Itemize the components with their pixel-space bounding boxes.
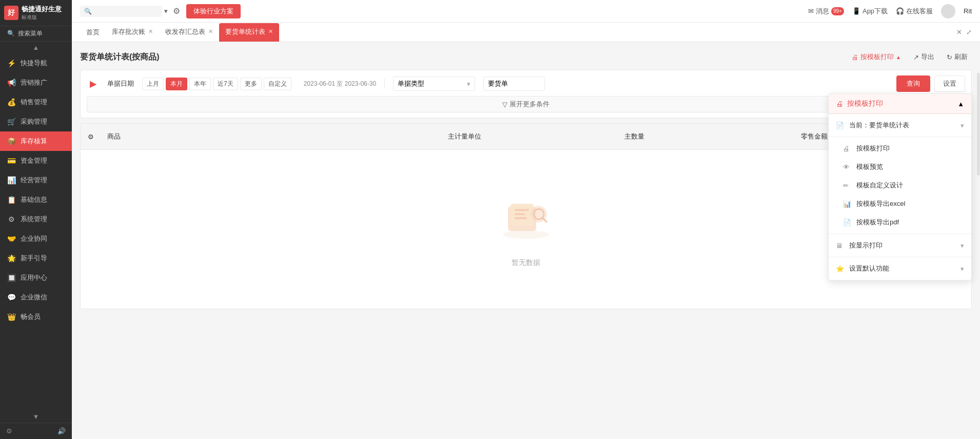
sidebar-item-inventory[interactable]: 📦 库存核算 [0, 131, 72, 151]
finance-icon: 💳 [6, 157, 16, 165]
dropdown-close-icon[interactable]: ▲ [957, 100, 964, 108]
current-template-item[interactable]: 📄 当前：要货单统计表 ▾ [829, 116, 971, 135]
tabs-bar-right: ✕ ⤢ [956, 28, 972, 36]
scrollbar[interactable] [977, 73, 980, 176]
cooperation-icon: 🤝 [6, 235, 16, 243]
dropdown-export-excel[interactable]: 📊 按模板导出excel [829, 195, 971, 213]
sidebar-item-member[interactable]: 👑 畅会员 [0, 307, 72, 327]
date-btn-last-month[interactable]: 上月 [142, 78, 164, 90]
scroll-up-btn[interactable]: ▲ [0, 42, 72, 53]
user-avatar[interactable] [941, 4, 955, 18]
goods-filter[interactable]: 要货单 [483, 77, 545, 91]
tab-close-icon[interactable]: ✕ [268, 28, 273, 35]
tab-label: 库存批次账 [112, 27, 145, 36]
tab-close-icon[interactable]: ✕ [148, 28, 153, 35]
dropdown-title: 按模板打印 [847, 99, 883, 108]
settings-button[interactable]: 设置 [934, 75, 965, 92]
sidebar-item-finance[interactable]: 💳 资金管理 [0, 151, 72, 170]
messages-badge: 99+ [831, 7, 844, 15]
refresh-button[interactable]: ↻ 刷新 [943, 50, 972, 64]
sidebar-item-label: 营销推广 [21, 78, 47, 87]
topbar-gear-icon[interactable]: ⚙ [173, 6, 180, 16]
sidebar-item-label: 新手引导 [21, 254, 47, 263]
trial-button[interactable]: 体验行业方案 [186, 4, 241, 18]
printer-icon: 🖨 [836, 100, 843, 108]
sidebar-item-basic[interactable]: 📋 基础信息 [0, 190, 72, 209]
display-print-item[interactable]: 🖥 按显示打印 ▾ [829, 236, 971, 255]
date-btn-custom[interactable]: 自定义 [264, 78, 291, 90]
date-btn-this-year[interactable]: 本年 [189, 78, 211, 90]
export-button[interactable]: ↗ 导出 [909, 50, 938, 64]
tab-expand-icon[interactable]: ⤢ [966, 28, 972, 36]
filter-collapse-btn[interactable]: ▶ [87, 78, 99, 90]
sales-icon: 💰 [6, 98, 16, 106]
main-area: 🔍 ▾ ⚙ 体验行业方案 ✉ 消息 99+ 📱 App下载 🎧 在线客服 Rit… [72, 0, 980, 439]
query-button[interactable]: 查询 [896, 75, 930, 92]
dropdown-section-display-print: 🖥 按显示打印 ▾ [829, 234, 971, 257]
set-default-item[interactable]: ⭐ 设置默认功能 ▾ [829, 259, 971, 278]
guide-icon: 🌟 [6, 254, 16, 262]
tab-batch-account[interactable]: 库存批次账 ✕ [106, 23, 159, 42]
app-center-icon: 🔲 [6, 274, 16, 282]
sidebar-nav: ⚡ 快捷导航 📢 营销推广 💰 销售管理 🛒 采购管理 📦 库存核算 💳 资金管… [0, 53, 72, 411]
date-btn-7-days[interactable]: 近7天 [213, 78, 238, 90]
sidebar-item-sales[interactable]: 💰 销售管理 [0, 92, 72, 112]
template-icon: 📄 [836, 122, 844, 129]
date-btn-more[interactable]: 更多 [240, 78, 262, 90]
tab-receipt-summary[interactable]: 收发存汇总表 ✕ [159, 23, 219, 42]
scroll-down-btn[interactable]: ▼ [0, 411, 72, 423]
dropdown-header[interactable]: 🖨 按模板打印 ▲ [829, 94, 971, 114]
dropdown-template-print[interactable]: 🖨 按模板打印 [829, 139, 971, 158]
messages-item[interactable]: ✉ 消息 99+ [808, 7, 844, 16]
sidebar-item-wechat[interactable]: 💬 企业微信 [0, 288, 72, 307]
tabs-bar: 首页 库存批次账 ✕ 收发存汇总表 ✕ 要货单统计表 ✕ ✕ ⤢ [72, 23, 980, 42]
page-title: 要货单统计表(按商品) [80, 52, 160, 63]
messages-label: 消息 [816, 7, 829, 16]
settings-icon[interactable]: ⚙ [6, 427, 12, 435]
print-icon: 🖨 [843, 145, 851, 152]
purchase-icon: 🛒 [6, 118, 16, 126]
wechat-icon: 💬 [6, 293, 16, 301]
date-btn-this-month[interactable]: 本月 [166, 78, 187, 90]
order-type-select[interactable]: 单据类型 ▾ [393, 77, 475, 91]
col-settings[interactable]: ⚙ [81, 129, 101, 145]
audio-icon[interactable]: 🔊 [57, 427, 66, 435]
sidebar-item-cooperation[interactable]: 🤝 企业协同 [0, 229, 72, 249]
tab-home[interactable]: 首页 [80, 24, 106, 41]
dropdown-template-custom-design[interactable]: ✏ 模板自定义设计 [829, 176, 971, 195]
sidebar-item-purchase[interactable]: 🛒 采购管理 [0, 112, 72, 131]
tab-order-stat[interactable]: 要货单统计表 ✕ [219, 23, 279, 42]
topbar-search[interactable]: 🔍 [80, 6, 162, 17]
filter-divider [384, 79, 385, 89]
app-download-item[interactable]: 📱 App下载 [852, 7, 888, 16]
set-default-left: ⭐ 设置默认功能 [836, 264, 889, 273]
excel-icon: 📊 [843, 200, 851, 208]
sidebar-search-item[interactable]: 🔍 搜索菜单 [0, 26, 72, 42]
dropdown-export-pdf[interactable]: 📄 按模板导出pdf [829, 213, 971, 232]
dropdown-section-current: 📄 当前：要货单统计表 ▾ [829, 114, 971, 137]
svg-rect-5 [515, 217, 527, 219]
online-service-item[interactable]: 🎧 在线客服 [896, 7, 933, 16]
brand-name: 畅捷通好生意 [22, 5, 62, 14]
sidebar-item-label: 畅会员 [21, 312, 41, 321]
topbar-chevron-icon[interactable]: ▾ [164, 7, 168, 15]
template-print-button[interactable]: 🖨 按模板打印 ▲ [848, 50, 905, 64]
content-area: 要货单统计表(按商品) 🖨 按模板打印 ▲ ↗ 导出 ↻ 刷新 [72, 42, 980, 439]
chevron-down-icon: ▾ [961, 242, 964, 250]
sidebar-item-system[interactable]: ⚙ 系统管理 [0, 209, 72, 229]
topbar-right: ✉ 消息 99+ 📱 App下载 🎧 在线客服 Rit [808, 4, 972, 18]
app-download-label: App下载 [863, 7, 888, 16]
tab-close-all-icon[interactable]: ✕ [956, 28, 962, 36]
dropdown-template-preview[interactable]: 👁 模板预览 [829, 158, 971, 176]
sidebar-item-app-center[interactable]: 🔲 应用中心 [0, 268, 72, 288]
tab-label: 要货单统计表 [225, 27, 265, 36]
tab-close-icon[interactable]: ✕ [208, 28, 213, 35]
sidebar-item-operation[interactable]: 📊 经营管理 [0, 170, 72, 190]
template-print-item-label: 按模板打印 [856, 144, 890, 153]
sidebar-item-marketing[interactable]: 📢 营销推广 [0, 73, 72, 92]
sidebar-item-quick-nav[interactable]: ⚡ 快捷导航 [0, 53, 72, 73]
sidebar-item-guide[interactable]: 🌟 新手引导 [0, 249, 72, 268]
page-header: 要货单统计表(按商品) 🖨 按模板打印 ▲ ↗ 导出 ↻ 刷新 [80, 50, 972, 64]
sidebar-item-label: 企业协同 [21, 234, 47, 243]
logo-icon: 好 [4, 6, 18, 20]
